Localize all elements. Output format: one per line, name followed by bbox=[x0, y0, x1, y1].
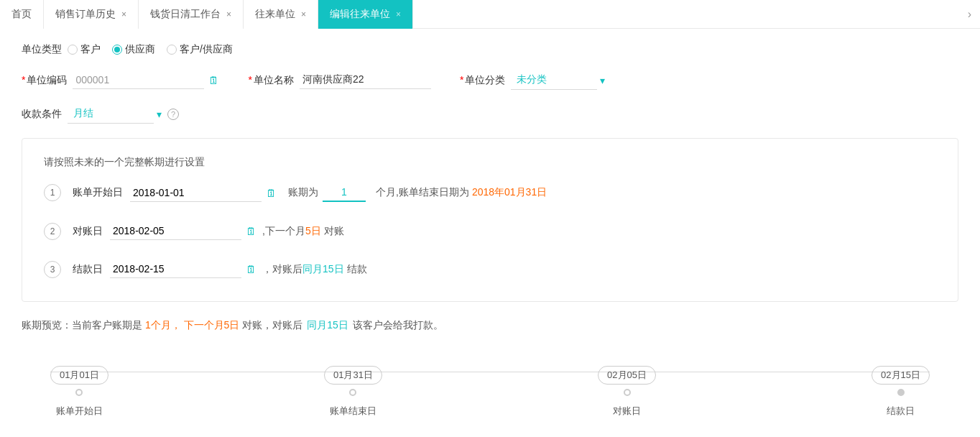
period-field-1: 账单开始日 bbox=[73, 186, 123, 199]
preview-part2: 下一个月5日 bbox=[184, 319, 240, 331]
unit-name-input[interactable] bbox=[300, 71, 431, 89]
unit-name-label: 单位名称 bbox=[248, 74, 293, 87]
preview-text: 账期预览：当前客户账期是 1个月， 下一个月5日 对账，对账后 同月15日 该客… bbox=[22, 316, 958, 334]
close-tab-cash[interactable]: × bbox=[226, 9, 231, 19]
payment-row: 收款条件 月结 ▾ ? bbox=[22, 104, 958, 124]
radio-both[interactable]: 客户/供应商 bbox=[167, 43, 233, 56]
main-content: 单位类型 客户 供应商 客户/供应商 单位编码 🗓 单位名称 bbox=[0, 29, 980, 437]
period-cal-2[interactable]: 🗓 bbox=[246, 225, 256, 237]
unit-type-label: 单位类型 bbox=[22, 43, 62, 56]
period-row-1: 1 账单开始日 🗓 账期为 个月,账单结束日期为 2018年01月31日 bbox=[44, 183, 936, 202]
preview-prefix: 账期预览：当前客户账期是 bbox=[22, 319, 142, 331]
tab-sales-history[interactable]: 销售订单历史 × bbox=[44, 0, 139, 29]
radio-customer[interactable]: 客户 bbox=[68, 43, 101, 56]
tab-home[interactable]: 首页 bbox=[0, 0, 44, 29]
radio-circle-customer bbox=[68, 45, 78, 55]
timeline-label-4: 结款日 bbox=[887, 405, 915, 418]
payment-value: 月结 bbox=[68, 104, 154, 124]
unit-type-row: 单位类型 客户 供应商 客户/供应商 bbox=[22, 43, 958, 56]
timeline-circle-3 bbox=[624, 389, 631, 396]
close-tab-edit[interactable]: × bbox=[396, 9, 401, 19]
payment-select[interactable]: 月结 ▾ bbox=[68, 104, 162, 124]
radio-circle-both bbox=[167, 45, 177, 55]
payment-dropdown-icon: ▾ bbox=[157, 109, 162, 120]
payment-label: 收款条件 bbox=[22, 108, 62, 121]
unit-code-label: 单位编码 bbox=[22, 74, 67, 87]
payment-help-icon[interactable]: ? bbox=[167, 109, 179, 120]
timeline-point-1: 01月01日 账单开始日 bbox=[50, 366, 108, 418]
timeline-point-2: 01月31日 账单结束日 bbox=[324, 366, 382, 418]
close-tab-sales[interactable]: × bbox=[121, 9, 126, 19]
tab-scroll-right[interactable]: › bbox=[959, 8, 980, 21]
tab-cash-work[interactable]: 钱货日清工作台 × bbox=[139, 0, 244, 29]
timeline-circle-1 bbox=[75, 389, 83, 396]
timeline-circle-4 bbox=[897, 389, 905, 396]
period-desc-1b: 个月,账单结束日期为 bbox=[376, 186, 469, 199]
period-day-3: 同月15日 bbox=[302, 263, 344, 276]
period-day-2: 5日 bbox=[305, 225, 321, 238]
unit-code-icon[interactable]: 🗓 bbox=[208, 74, 219, 86]
preview-middle: 对账，对账后 bbox=[242, 319, 302, 331]
timeline-badge-1: 01月01日 bbox=[50, 366, 108, 385]
unit-category-select[interactable]: 未分类 ▾ bbox=[511, 70, 605, 90]
timeline-badge-4: 02月15日 bbox=[872, 366, 930, 385]
period-row-2: 2 对账日 🗓 ,下一个月 5日 对账 bbox=[44, 222, 936, 240]
timeline-point-3: 02月05日 对账日 bbox=[598, 366, 656, 418]
timeline-badge-3: 02月05日 bbox=[598, 366, 656, 385]
period-cal-1[interactable]: 🗓 bbox=[266, 187, 277, 199]
preview-part1: 1个月， bbox=[145, 319, 181, 331]
unit-category-value: 未分类 bbox=[511, 70, 597, 90]
period-date-3[interactable] bbox=[110, 260, 241, 278]
radio-circle-supplier bbox=[112, 45, 122, 55]
timeline-label-1: 账单开始日 bbox=[56, 405, 103, 418]
timeline-point-4: 02月15日 结款日 bbox=[872, 366, 930, 418]
preview-suffix: 该客户会给我打款。 bbox=[353, 319, 443, 331]
unit-category-group: 单位分类 未分类 ▾ bbox=[460, 70, 605, 90]
period-row-3: 3 结款日 🗓 ，对账后 同月15日 结款 bbox=[44, 260, 936, 278]
period-num-input[interactable] bbox=[323, 183, 366, 202]
period-field-2: 对账日 bbox=[73, 225, 103, 238]
unit-name-group: 单位名称 bbox=[248, 71, 430, 89]
unit-info-row: 单位编码 🗓 单位名称 单位分类 未分类 ▾ bbox=[22, 70, 958, 90]
period-desc-2a: ,下一个月 bbox=[262, 225, 305, 238]
tabs-bar: 首页 销售订单历史 × 钱货日清工作台 × 往来单位 × 编辑往来单位 × › bbox=[0, 0, 980, 29]
radio-supplier[interactable]: 供应商 bbox=[112, 43, 155, 56]
timeline-points: 01月01日 账单开始日 01月31日 账单结束日 02月05日 对账日 02月… bbox=[50, 366, 930, 418]
period-cal-3[interactable]: 🗓 bbox=[246, 263, 256, 275]
timeline-circle-2 bbox=[349, 389, 356, 396]
period-desc-3a: ，对账后 bbox=[262, 263, 302, 276]
unit-type-radio-group: 客户 供应商 客户/供应商 bbox=[68, 43, 233, 56]
period-desc-3b: 结款 bbox=[347, 263, 367, 276]
step-3: 3 bbox=[44, 261, 61, 278]
timeline-label-3: 对账日 bbox=[613, 405, 641, 418]
period-field-3: 结款日 bbox=[73, 263, 103, 276]
preview-part3: 同月15日 bbox=[307, 319, 348, 331]
close-tab-contacts[interactable]: × bbox=[301, 9, 306, 19]
period-date-2[interactable] bbox=[110, 222, 241, 240]
unit-code-group: 单位编码 🗓 bbox=[22, 71, 219, 89]
step-1: 1 bbox=[44, 184, 61, 201]
unit-code-input[interactable] bbox=[73, 71, 204, 89]
tab-contacts[interactable]: 往来单位 × bbox=[244, 0, 318, 29]
timeline-badge-2: 01月31日 bbox=[324, 366, 382, 385]
timeline: 01月01日 账单开始日 01月31日 账单结束日 02月05日 对账日 02月… bbox=[22, 351, 958, 437]
category-dropdown-icon: ▾ bbox=[600, 75, 605, 86]
period-desc-1a: 账期为 bbox=[288, 186, 318, 199]
period-end-date: 2018年01月31日 bbox=[472, 186, 547, 199]
period-title: 请按照未来的一个完整帐期进行设置 bbox=[44, 156, 936, 169]
step-2: 2 bbox=[44, 223, 61, 240]
period-desc-2b: 对账 bbox=[324, 225, 344, 238]
period-box: 请按照未来的一个完整帐期进行设置 1 账单开始日 🗓 账期为 个月,账单结束日期… bbox=[22, 138, 958, 302]
tab-edit-contacts[interactable]: 编辑往来单位 × bbox=[318, 0, 413, 29]
timeline-label-2: 账单结束日 bbox=[330, 405, 376, 418]
unit-category-label: 单位分类 bbox=[460, 74, 505, 87]
period-date-1[interactable] bbox=[130, 184, 262, 202]
